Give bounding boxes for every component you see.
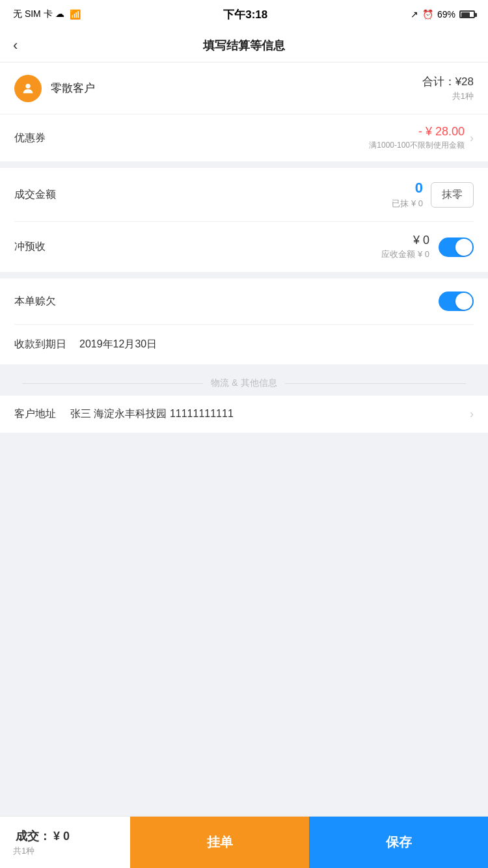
round-off-button[interactable]: 抹零 xyxy=(431,182,474,208)
coupon-row[interactable]: 优惠券 - ¥ 28.00 满1000-100不限制使用金额 › xyxy=(0,114,488,161)
prereceive-label: 冲预收 xyxy=(14,240,46,254)
prereceive-row: 冲预收 ¥ 0 应收金额 ¥ 0 xyxy=(14,222,474,272)
deal-section: 成交金额 0 已抹 ¥ 0 抹零 冲预收 ¥ 0 应收金额 ¥ 0 xyxy=(0,168,488,272)
content: 零散客户 合计：¥28 共1种 优惠券 - ¥ 28.00 满1000-100不… xyxy=(0,62,488,498)
credit-toggle[interactable] xyxy=(439,292,474,311)
page-title: 填写结算等信息 xyxy=(203,38,285,53)
prereceive-right: ¥ 0 应收金额 ¥ 0 xyxy=(381,234,474,260)
coupon-right: - ¥ 28.00 满1000-100不限制使用金额 › xyxy=(369,125,474,151)
svg-point-0 xyxy=(25,83,30,88)
bottom-deal-value: ¥ 0 xyxy=(53,830,70,843)
total-amount: 合计：¥28 xyxy=(422,74,474,89)
due-date-label: 收款到期日 xyxy=(14,338,66,351)
credit-label: 本单赊欠 xyxy=(14,295,56,308)
address-value: 张三 海淀永丰科技园 11111111111 xyxy=(70,407,470,421)
customer-row: 零散客户 合计：¥28 共1种 xyxy=(0,62,488,114)
due-date-row: 收款到期日 2019年12月30日 xyxy=(14,325,474,364)
customer-coupon-card: 零散客户 合计：¥28 共1种 优惠券 - ¥ 28.00 满1000-100不… xyxy=(0,62,488,161)
bottom-summary: 成交：¥ 0 共1种 xyxy=(0,828,130,857)
nav-bar: ‹ 填写结算等信息 xyxy=(0,29,488,62)
due-date-value: 2019年12月30日 xyxy=(79,338,157,351)
logistics-divider: 物流 & 其他信息 xyxy=(0,371,488,396)
avatar xyxy=(14,75,42,102)
wifi-icon: 📶 xyxy=(70,9,81,20)
customer-name: 零散客户 xyxy=(51,81,95,96)
no-sim-label: 无 SIM 卡 ☁ xyxy=(13,8,64,20)
chevron-right-icon: › xyxy=(470,131,474,145)
coupon-amount: - ¥ 28.00 xyxy=(369,125,465,139)
customer-right: 合计：¥28 共1种 xyxy=(422,74,474,102)
deal-amount-label: 成交金额 xyxy=(14,188,56,202)
divider-line-right xyxy=(285,383,466,384)
address-chevron-icon: › xyxy=(470,407,474,421)
hold-order-button[interactable]: 挂单 xyxy=(130,817,309,868)
total-count: 共1种 xyxy=(422,90,474,102)
bottom-bar: 成交：¥ 0 共1种 挂单 保存 xyxy=(0,816,488,868)
deal-value-col: 0 已抹 ¥ 0 xyxy=(392,180,423,210)
prereceive-amount: ¥ 0 xyxy=(381,234,429,247)
location-icon: ↗ xyxy=(411,9,418,20)
address-section[interactable]: 客户地址 张三 海淀永丰科技园 11111111111 › xyxy=(0,396,488,433)
deal-sub: 已抹 ¥ 0 xyxy=(392,198,423,210)
status-left: 无 SIM 卡 ☁ 📶 xyxy=(13,8,81,20)
alarm-icon: ⏰ xyxy=(422,9,433,20)
coupon-label: 优惠券 xyxy=(14,131,46,145)
credit-toggle-knob xyxy=(455,293,472,310)
deal-amount-row: 成交金额 0 已抹 ¥ 0 抹零 xyxy=(14,168,474,222)
coupon-right-inner: - ¥ 28.00 满1000-100不限制使用金额 xyxy=(369,125,465,151)
back-button[interactable]: ‹ xyxy=(13,34,23,57)
prereceive-value-col: ¥ 0 应收金额 ¥ 0 xyxy=(381,234,429,260)
credit-row: 本单赊欠 xyxy=(14,278,474,325)
prereceive-toggle[interactable] xyxy=(439,237,474,257)
toggle-knob xyxy=(455,239,472,256)
coupon-desc: 满1000-100不限制使用金额 xyxy=(369,140,465,151)
bottom-buttons: 挂单 保存 xyxy=(130,817,488,868)
bottom-count: 共1种 xyxy=(13,845,117,857)
deal-right: 0 已抹 ¥ 0 抹零 xyxy=(392,180,474,210)
battery-percent: 69% xyxy=(437,9,455,20)
battery-icon xyxy=(459,10,475,18)
customer-left: 零散客户 xyxy=(14,75,95,102)
deal-value: 0 xyxy=(392,180,423,197)
save-button[interactable]: 保存 xyxy=(309,817,488,868)
status-time: 下午3:18 xyxy=(223,7,267,22)
bottom-deal-label: 成交：¥ 0 xyxy=(13,828,117,844)
credit-section: 本单赊欠 收款到期日 2019年12月30日 xyxy=(0,278,488,364)
address-label: 客户地址 xyxy=(14,407,60,421)
status-bar: 无 SIM 卡 ☁ 📶 下午3:18 ↗ ⏰ 69% xyxy=(0,0,488,29)
logistics-divider-text: 物流 & 其他信息 xyxy=(211,377,277,389)
divider-line-left xyxy=(22,383,203,384)
status-right: ↗ ⏰ 69% xyxy=(411,9,475,20)
prereceive-sub: 应收金额 ¥ 0 xyxy=(381,249,429,260)
